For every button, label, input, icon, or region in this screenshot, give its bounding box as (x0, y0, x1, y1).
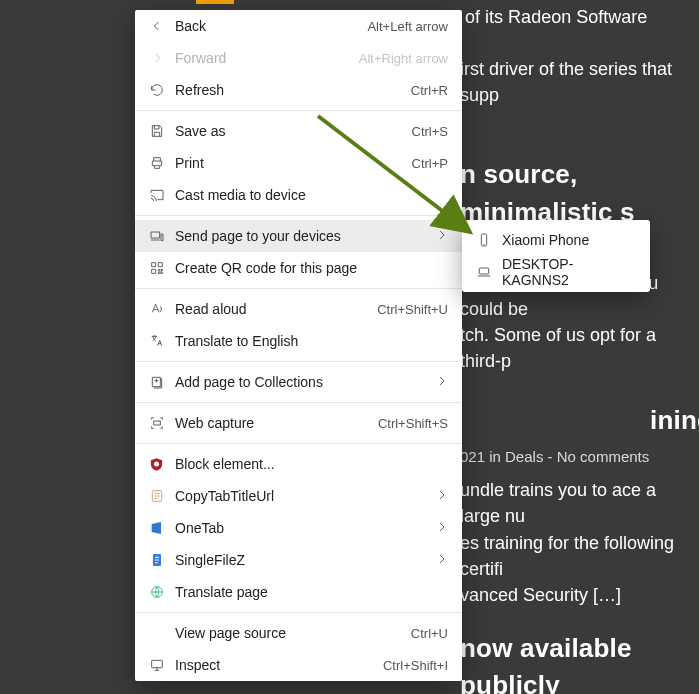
svg-rect-4 (152, 660, 163, 667)
device-label: Xiaomi Phone (502, 232, 636, 248)
menu-label: Translate page (175, 584, 448, 600)
menu-shortcut: Ctrl+Shift+U (377, 302, 448, 317)
menu-forward: Forward Alt+Right arrow (135, 42, 462, 74)
menu-label: Inspect (175, 657, 383, 673)
refresh-icon (149, 82, 175, 98)
chevron-right-icon (434, 487, 448, 506)
menu-onetab[interactable]: OneTab (135, 512, 462, 544)
menu-label: SingleFileZ (175, 552, 434, 568)
arrow-right-icon (149, 50, 175, 66)
save-icon (149, 123, 175, 139)
menu-label: Back (175, 18, 367, 34)
devices-icon (149, 228, 175, 244)
phone-icon (476, 232, 502, 248)
svg-point-0 (154, 461, 159, 466)
menu-shortcut: Ctrl+Shift+S (378, 416, 448, 431)
menu-label: Save as (175, 123, 412, 139)
onetab-icon (149, 520, 175, 536)
menu-label: Add page to Collections (175, 374, 434, 390)
article-text: tch. Some of us opt for a third-p (460, 322, 691, 374)
menu-label: Create QR code for this page (175, 260, 448, 276)
menu-label: Web capture (175, 415, 378, 431)
menu-shortcut: Ctrl+P (412, 156, 448, 171)
menu-label: Block element... (175, 456, 448, 472)
menu-add-to-collections[interactable]: Add page to Collections (135, 366, 462, 398)
article-text: irst driver of the series that supp (460, 56, 691, 108)
chevron-right-icon (434, 551, 448, 570)
menu-shortcut: Alt+Left arrow (367, 19, 448, 34)
device-label: DESKTOP-KAGNNS2 (502, 256, 636, 288)
device-xiaomi-phone[interactable]: Xiaomi Phone (462, 224, 650, 256)
menu-label: Cast media to device (175, 187, 448, 203)
svg-rect-6 (479, 268, 488, 274)
menu-label: Translate to English (175, 333, 448, 349)
extension-icon (149, 488, 175, 504)
menu-label: Forward (175, 50, 359, 66)
singlefilez-icon (149, 552, 175, 568)
device-desktop[interactable]: DESKTOP-KAGNNS2 (462, 256, 650, 288)
menu-separator (135, 110, 462, 111)
menu-copytabtitleurl[interactable]: CopyTabTitleUrl (135, 480, 462, 512)
web-capture-icon (149, 415, 175, 431)
collections-icon (149, 374, 175, 390)
menu-translate[interactable]: Translate to English (135, 325, 462, 357)
svg-rect-5 (481, 234, 486, 246)
menu-label: Print (175, 155, 412, 171)
chevron-right-icon (434, 519, 448, 538)
inspect-icon (149, 657, 175, 673)
menu-label: View page source (175, 625, 411, 641)
read-aloud-icon (149, 301, 175, 317)
menu-label: Read aloud (175, 301, 377, 317)
menu-web-capture[interactable]: Web capture Ctrl+Shift+S (135, 407, 462, 439)
ublock-icon (149, 457, 175, 472)
menu-cast[interactable]: Cast media to device (135, 179, 462, 211)
menu-separator (135, 215, 462, 216)
chevron-right-icon (434, 373, 448, 392)
chevron-right-icon (434, 227, 448, 246)
menu-send-to-devices[interactable]: Send page to your devices (135, 220, 462, 252)
article-text: vanced Security […] (460, 582, 691, 608)
menu-shortcut: Ctrl+S (412, 124, 448, 139)
menu-save-as[interactable]: Save as Ctrl+S (135, 115, 462, 147)
menu-shortcut: Ctrl+U (411, 626, 448, 641)
menu-refresh[interactable]: Refresh Ctrl+R (135, 74, 462, 106)
article-heading: ining (650, 402, 691, 440)
menu-shortcut: Alt+Right arrow (359, 51, 448, 66)
menu-separator (135, 361, 462, 362)
menu-inspect[interactable]: Inspect Ctrl+Shift+I (135, 649, 462, 681)
menu-shortcut: Ctrl+R (411, 83, 448, 98)
menu-translate-page[interactable]: Translate page (135, 576, 462, 608)
menu-create-qr[interactable]: Create QR code for this page (135, 252, 462, 284)
arrow-left-icon (149, 18, 175, 34)
menu-separator (135, 402, 462, 403)
menu-read-aloud[interactable]: Read aloud Ctrl+Shift+U (135, 293, 462, 325)
globe-icon (149, 584, 175, 600)
menu-label: CopyTabTitleUrl (175, 488, 434, 504)
accent-strip (196, 0, 234, 4)
menu-print[interactable]: Print Ctrl+P (135, 147, 462, 179)
print-icon (149, 155, 175, 171)
menu-label: Refresh (175, 82, 411, 98)
send-to-devices-submenu: Xiaomi Phone DESKTOP-KAGNNS2 (462, 220, 650, 292)
cast-icon (149, 187, 175, 203)
menu-label: Send page to your devices (175, 228, 434, 244)
menu-shortcut: Ctrl+Shift+I (383, 658, 448, 673)
laptop-icon (476, 264, 502, 280)
article-heading: now available publicly (460, 630, 691, 694)
menu-back[interactable]: Back Alt+Left arrow (135, 10, 462, 42)
menu-singlefilez[interactable]: SingleFileZ (135, 544, 462, 576)
article-text: undle trains you to ace a large nu (460, 477, 691, 529)
menu-separator (135, 443, 462, 444)
menu-separator (135, 288, 462, 289)
menu-block-element[interactable]: Block element... (135, 448, 462, 480)
translate-icon (149, 333, 175, 349)
article-text: es training for the following certifi (460, 530, 691, 582)
article-meta: 021 in Deals - No comments (460, 446, 691, 468)
context-menu: Back Alt+Left arrow Forward Alt+Right ar… (135, 10, 462, 681)
menu-separator (135, 612, 462, 613)
menu-view-source[interactable]: View page source Ctrl+U (135, 617, 462, 649)
menu-label: OneTab (175, 520, 434, 536)
qr-icon (149, 260, 175, 276)
